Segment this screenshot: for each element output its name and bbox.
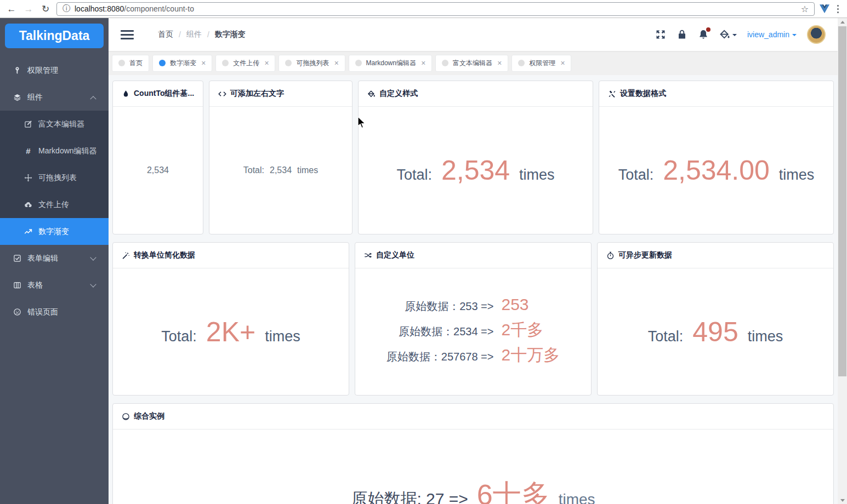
- card-header: 自定义单位: [355, 243, 591, 268]
- card-body: Total: 2,534 times: [359, 107, 593, 234]
- fullscreen-icon[interactable]: [655, 29, 666, 40]
- sidebar-item-label: 表单编辑: [27, 254, 58, 264]
- sidebar-item-rich-editor[interactable]: 富文本编辑器: [0, 111, 109, 138]
- refresh-icon[interactable]: ↻: [39, 4, 52, 14]
- back-icon[interactable]: ←: [5, 4, 18, 14]
- wand-icon: [122, 251, 130, 260]
- page-content: CountTo组件基... 2,534 可添加左右文字 Total: 2,: [109, 75, 838, 504]
- stopwatch-icon: [606, 251, 615, 260]
- theme-switcher[interactable]: [719, 29, 737, 40]
- tag-file-upload[interactable]: 文件上传: [215, 55, 275, 72]
- count-value: 2,534: [147, 165, 169, 175]
- count-prefix: Total:: [618, 167, 654, 184]
- count-suffix: times: [779, 167, 815, 184]
- card-count-to-basic: CountTo组件基... 2,534: [112, 81, 203, 234]
- breadcrumb-separator: /: [179, 30, 181, 39]
- hamburger-menu-icon[interactable]: [121, 30, 134, 39]
- tag-label: 权限管理: [529, 59, 555, 68]
- avatar[interactable]: [807, 25, 826, 44]
- card-title: 自定义样式: [379, 89, 418, 99]
- sidebar-item-label: 数字渐变: [38, 227, 69, 237]
- count-suffix: times: [559, 491, 595, 504]
- tag-dot-icon: [159, 60, 166, 66]
- sidebar-item-label: 可拖拽列表: [38, 173, 77, 183]
- card-body: 原始数据: 27 => 6十多 times: [113, 429, 833, 504]
- count-value: 2,534: [270, 165, 292, 175]
- user-dropdown[interactable]: iview_admin: [747, 30, 797, 39]
- card-title: CountTo组件基...: [134, 89, 194, 99]
- sidebar-item-draggable-list[interactable]: 可拖拽列表: [0, 164, 109, 191]
- sidebar-item-permissions[interactable]: 权限管理: [0, 57, 109, 84]
- card-body: Total: 495 times: [598, 268, 833, 395]
- close-icon[interactable]: [421, 59, 425, 67]
- card-count-to-text: 可添加左右文字 Total: 2,534 times: [209, 81, 353, 234]
- vue-devtools-icon[interactable]: [820, 4, 829, 13]
- sidebar-item-markdown-editor[interactable]: # Markdown编辑器: [0, 138, 109, 164]
- tag-dot-icon: [355, 60, 362, 66]
- header-actions: iview_admin: [655, 25, 826, 44]
- address-bar[interactable]: ⓘ localhost:8080/component/count-to ☆: [56, 2, 815, 16]
- tag-dot-icon: [118, 60, 125, 66]
- browser-chrome: ← → ↻ ⓘ localhost:8080/component/count-t…: [0, 0, 847, 18]
- close-icon[interactable]: [334, 59, 338, 67]
- app-logo[interactable]: TalkingData: [5, 24, 104, 48]
- forward-icon[interactable]: →: [22, 4, 35, 14]
- card-header: 转换单位简化数据: [113, 243, 349, 268]
- breadcrumb-home[interactable]: 首页: [158, 30, 173, 39]
- converted-value: 6十多: [477, 476, 550, 504]
- move-icon: [24, 174, 32, 182]
- sidebar-item-label: 权限管理: [27, 66, 58, 76]
- close-icon[interactable]: [560, 59, 565, 67]
- count-suffix: times: [748, 328, 783, 345]
- card-async-update: 可异步更新数据 Total: 495 times: [597, 242, 834, 396]
- card-header: 综合实例: [113, 404, 833, 429]
- tag-permissions[interactable]: 权限管理: [511, 55, 571, 72]
- contrast-icon: [122, 413, 130, 421]
- raw-data-label: 原始数据：257678 =>: [386, 345, 494, 369]
- scroll-up-arrow-icon[interactable]: [838, 18, 847, 26]
- notification-badge: [706, 27, 710, 32]
- scroll-down-arrow-icon[interactable]: [838, 496, 847, 504]
- close-icon[interactable]: [497, 59, 502, 67]
- sidebar-item-error-pages[interactable]: 错误页面: [0, 299, 109, 325]
- close-icon[interactable]: [264, 59, 269, 67]
- raw-data-label: 原始数据：2534 =>: [386, 319, 494, 344]
- close-icon[interactable]: [201, 59, 206, 67]
- raw-data-label: 原始数据: 27 =>: [351, 488, 468, 504]
- tag-markdown-editor[interactable]: Markdown编辑器: [349, 55, 433, 72]
- card-header: 可异步更新数据: [598, 243, 833, 268]
- card-body: Total: 2,534.00 times: [599, 107, 833, 234]
- lock-icon[interactable]: [677, 29, 687, 40]
- breadcrumb-components[interactable]: 组件: [186, 30, 202, 39]
- sidebar-item-file-upload[interactable]: 文件上传: [0, 191, 109, 218]
- sad-face-icon: [13, 308, 21, 316]
- sidebar-item-table[interactable]: 表格: [0, 272, 109, 299]
- bell-icon[interactable]: [698, 29, 709, 40]
- count-prefix: Total:: [648, 328, 684, 345]
- sidebar-item-components[interactable]: 组件: [0, 84, 109, 111]
- tag-draggable-list[interactable]: 可拖拽列表: [278, 55, 345, 72]
- sidebar-item-label: 文件上传: [38, 200, 69, 210]
- kebab-menu-icon[interactable]: [834, 5, 842, 13]
- count-suffix: times: [265, 328, 300, 345]
- tag-home[interactable]: 首页: [112, 55, 149, 72]
- vertical-scrollbar[interactable]: [838, 18, 847, 504]
- chevron-down-icon: [90, 254, 96, 260]
- sidebar-item-form-editor[interactable]: 表单编辑: [0, 245, 109, 272]
- chevron-up-icon: [90, 96, 96, 102]
- star-icon[interactable]: ☆: [801, 4, 809, 14]
- card-custom-unit: 自定义单位 原始数据：253 => 253 原始数据：2534 => 2千多 原…: [355, 242, 592, 396]
- scrollbar-thumb[interactable]: [838, 26, 846, 376]
- app-header: 首页 / 组件 / 数字渐变: [109, 18, 838, 51]
- tools-icon: [608, 90, 616, 98]
- page-info-icon[interactable]: ⓘ: [62, 4, 70, 14]
- tag-rich-editor[interactable]: 富文本编辑器: [435, 55, 508, 72]
- username: iview_admin: [747, 30, 789, 39]
- count-suffix: times: [297, 165, 318, 175]
- tag-count-to[interactable]: 数字渐变: [152, 55, 212, 72]
- combined-example-line: 原始数据: 27 => 6十多 times: [351, 476, 595, 504]
- sidebar-item-count-to[interactable]: 数字渐变: [0, 218, 109, 245]
- breadcrumb-separator: /: [207, 30, 209, 39]
- card-title: 可异步更新数据: [618, 250, 672, 260]
- card-combined-example: 综合实例 原始数据: 27 => 6十多 times: [112, 403, 834, 504]
